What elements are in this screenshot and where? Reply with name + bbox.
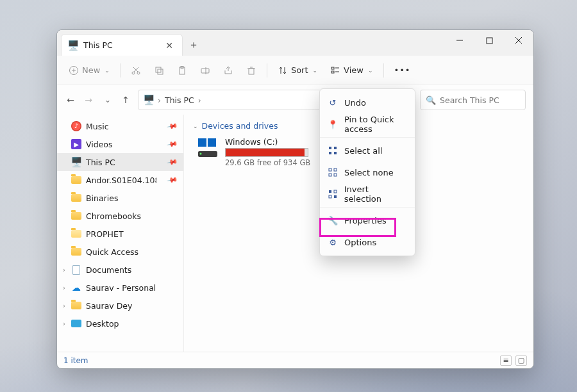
pin-icon: 📌	[167, 174, 179, 186]
copy-icon	[154, 65, 164, 76]
sidebar-item-prophet[interactable]: PROPHET	[57, 225, 183, 243]
separator	[267, 63, 267, 78]
pin-icon: 📌	[167, 120, 179, 133]
thumbnails-view-button[interactable]: ▢	[515, 355, 527, 366]
sidebar-item-videos[interactable]: ▶ Videos 📌	[57, 135, 183, 153]
chevron-right-icon[interactable]: ›	[61, 320, 67, 327]
svg-rect-29	[334, 147, 337, 149]
paste-button[interactable]	[171, 60, 194, 81]
menu-separator	[320, 207, 415, 208]
nav-row: ← → ⌄ ↑ 🖥️ › This PC › 🔍	[57, 85, 533, 115]
menu-item-pin[interactable]: 📍 Pin to Quick access	[320, 113, 415, 135]
copy-button[interactable]	[147, 60, 171, 81]
sidebar-item-label: Quick Access	[86, 247, 138, 257]
select-none-icon	[328, 167, 338, 177]
chevron-down-icon: ⌄	[368, 67, 373, 74]
chevron-right-icon[interactable]: ›	[61, 302, 67, 309]
recent-locations-button[interactable]: ⌄	[102, 94, 113, 106]
window-controls	[445, 30, 533, 51]
minimize-button[interactable]	[445, 30, 474, 51]
status-bar: 1 item ≡ ▢	[57, 352, 533, 368]
sort-button[interactable]: Sort⌄	[271, 60, 324, 81]
svg-rect-15	[201, 69, 209, 73]
svg-rect-37	[334, 190, 337, 193]
menu-item-invert-selection[interactable]: Invert selection	[320, 183, 415, 205]
tab-title: This PC	[83, 40, 156, 50]
details-view-button[interactable]: ≡	[500, 355, 512, 366]
explorer-window: 🖥️ This PC ✕ ＋ New⌄ Sort⌄ View⌄	[56, 29, 534, 369]
svg-rect-32	[329, 168, 331, 171]
separator	[120, 63, 121, 78]
more-button[interactable]: •••	[388, 60, 417, 81]
nav-pane[interactable]: ♪ Music 📌 ▶ Videos 📌 🖥️ This PC 📌 Andor.…	[57, 115, 184, 352]
nav-buttons: ← → ⌄ ↑	[65, 94, 131, 106]
sidebar-item-label: Chromebooks	[86, 211, 141, 221]
plus-circle-icon	[69, 65, 79, 76]
view-button[interactable]: View⌄	[324, 60, 379, 81]
folder-icon	[71, 302, 81, 309]
sidebar-item-quick-access[interactable]: Quick Access	[57, 243, 183, 261]
select-all-icon	[328, 145, 338, 156]
menu-item-select-all[interactable]: Select all	[320, 140, 415, 161]
trash-icon	[246, 65, 256, 76]
svg-rect-17	[249, 69, 254, 74]
sidebar-item-chromebooks[interactable]: Chromebooks	[57, 207, 183, 225]
menu-item-undo[interactable]: ↺ Undo	[320, 92, 415, 113]
monitor-icon: 🖥️	[144, 95, 154, 105]
share-button[interactable]	[217, 60, 240, 81]
svg-rect-33	[334, 168, 337, 171]
sidebar-item-this-pc[interactable]: 🖥️ This PC 📌	[57, 153, 183, 171]
sidebar-item-binaries[interactable]: Binaries	[57, 189, 183, 207]
pin-icon: 📌	[167, 156, 179, 168]
sidebar-item-label: Videos	[86, 140, 113, 149]
more-menu: ↺ Undo 📍 Pin to Quick access Select all …	[319, 88, 415, 256]
menu-separator	[320, 137, 415, 138]
drive-free-text: 29.6 GB free of 934 GB	[225, 158, 310, 167]
menu-item-select-none[interactable]: Select none	[320, 161, 415, 183]
tab-this-pc[interactable]: 🖥️ This PC ✕	[61, 34, 183, 56]
chevron-right-icon: ›	[158, 95, 161, 105]
sidebar-item-onedrive[interactable]: › ☁ Saurav - Personal	[57, 279, 183, 297]
menu-item-properties[interactable]: 🔧 Properties	[320, 209, 415, 231]
sidebar-item-label: Documents	[86, 265, 131, 275]
title-bar: 🖥️ This PC ✕ ＋	[57, 30, 533, 56]
gear-icon: ⚙	[328, 237, 338, 247]
group-header-label: Devices and drives	[202, 121, 278, 131]
back-button[interactable]: ←	[65, 94, 76, 106]
search-input[interactable]	[440, 95, 534, 105]
svg-rect-36	[329, 190, 331, 193]
menu-item-label: Options	[344, 238, 376, 247]
svg-rect-12	[158, 69, 163, 74]
rename-button[interactable]	[194, 60, 217, 81]
invert-icon	[328, 189, 338, 199]
desktop-icon	[71, 320, 81, 327]
breadcrumb-this-pc[interactable]: This PC	[165, 95, 194, 105]
svg-rect-34	[329, 174, 331, 176]
view-label: View	[344, 65, 364, 75]
sidebar-item-andor[interactable]: Andor.S01E04.1080p.WEB 📌	[57, 171, 183, 189]
menu-item-options[interactable]: ⚙ Options	[320, 231, 415, 253]
chevron-right-icon[interactable]: ›	[61, 284, 67, 291]
cut-button[interactable]	[124, 60, 147, 81]
sidebar-item-documents[interactable]: › Documents	[57, 261, 183, 279]
close-button[interactable]	[504, 30, 533, 51]
new-tab-button[interactable]: ＋	[183, 34, 205, 56]
svg-rect-1	[487, 38, 492, 44]
new-button[interactable]: New⌄	[62, 60, 116, 81]
sidebar-item-label: Music	[86, 122, 109, 131]
svg-rect-24	[198, 138, 206, 147]
maximize-button[interactable]	[474, 30, 504, 51]
chevron-right-icon[interactable]: ›	[61, 266, 67, 274]
forward-button[interactable]: →	[83, 94, 94, 106]
svg-point-8	[137, 72, 140, 74]
sidebar-item-music[interactable]: ♪ Music 📌	[57, 117, 183, 135]
svg-point-27	[200, 153, 202, 155]
sidebar-item-desktop[interactable]: › Desktop	[57, 314, 183, 332]
delete-button[interactable]	[240, 60, 263, 81]
tab-close-button[interactable]: ✕	[162, 39, 177, 52]
up-button[interactable]: ↑	[120, 94, 131, 106]
folder-icon	[71, 194, 81, 202]
search-box[interactable]: 🔍	[420, 90, 526, 110]
ellipsis-icon: •••	[394, 65, 411, 75]
sidebar-item-userfolder[interactable]: › Saurav Dey	[57, 297, 183, 314]
